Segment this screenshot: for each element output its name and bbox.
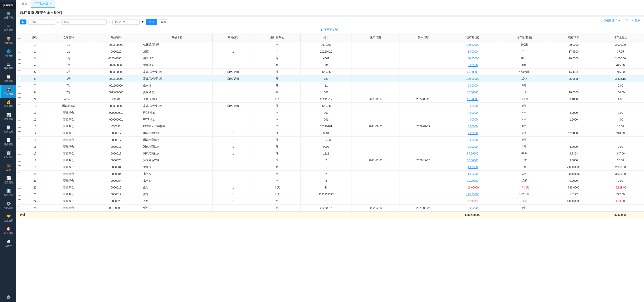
row-no-16: 17 (23, 150, 47, 157)
product-filter[interactable] (61, 19, 106, 25)
table-row: 14 普查粮仓 0000017 测试电商批次 1 件 0001 2.00000 … (16, 130, 644, 137)
sidebar-item-tax[interactable]: 📑 税务管理 (0, 136, 16, 148)
sidebar-item-purchase[interactable]: 📋 采购管理 (0, 72, 16, 85)
row-qty-main-12[interactable]: 0.00000 (447, 123, 498, 130)
row-checkbox-9[interactable] (16, 103, 23, 109)
row-amount-12: 10.00 (597, 123, 644, 130)
footer-total-qty: 6,302.60000 (447, 211, 498, 218)
row-checkbox-4[interactable] (16, 69, 23, 75)
sidebar-item-finance[interactable]: 💰 资金管理 (0, 98, 16, 110)
sidebar-item-quick-nav[interactable]: ⊞ 快捷导航 (0, 9, 16, 22)
row-checkbox-22[interactable] (16, 191, 23, 198)
row-batch-14: 210423 (300, 137, 352, 143)
sidebar-item-labor[interactable]: 💼 工资 (0, 161, 16, 174)
sidebar-item-enterprise[interactable]: 🤝 企业协同 (0, 212, 16, 225)
row-qty-main-17[interactable]: 10.00000 (447, 157, 498, 164)
sidebar-item-ecommerce[interactable]: 💻 电商管理 (0, 60, 16, 72)
row-checkbox-10[interactable] (16, 109, 23, 116)
tab-close-icon[interactable]: ✕ (50, 3, 51, 5)
row-checkbox-13[interactable] (16, 130, 23, 137)
row-qty-main-20[interactable]: 10.00000 (447, 177, 498, 184)
row-prod-date-16 (352, 150, 400, 157)
row-qty-main-14[interactable]: 0.00000 (447, 137, 498, 143)
sidebar-item-label: 固定资产 (4, 156, 14, 158)
row-qty-main-19[interactable]: 1.00000 (447, 171, 498, 177)
row-checkbox-24[interactable] (16, 205, 23, 212)
sidebar-item-inventory[interactable]: 🗃️ 库存核查 (0, 85, 16, 98)
row-no-5: 6 (23, 75, 47, 82)
row-unit-22: 千克 (254, 191, 300, 198)
row-qty-main-7[interactable]: 10.00000 (447, 89, 498, 96)
row-code-23: 0000029 (90, 198, 142, 205)
print-btn[interactable]: 🖨 按模板打印 ▼ (600, 19, 620, 23)
row-qty-main-16[interactable]: 87.00000 (447, 150, 498, 157)
row-checkbox-17[interactable] (16, 157, 23, 164)
filter-expand-btn[interactable]: ▶ (20, 20, 26, 25)
expand-conditions-btn[interactable]: ▼ 展开更多条件 (320, 28, 340, 32)
row-unit-18: 米 (254, 164, 300, 171)
sidebar-item-operations[interactable]: 📈 经营管理 (0, 174, 16, 187)
settings-btn[interactable]: 设置 (159, 20, 168, 24)
row-prod-date-19 (352, 171, 400, 177)
row-qty-main-5[interactable]: 100.00000 (447, 75, 498, 82)
row-checkbox-0[interactable] (16, 42, 23, 48)
tab-inventory-batch[interactable]: 库存批次盘 ✕ (31, 0, 55, 8)
row-checkbox-11[interactable] (16, 116, 23, 123)
row-qty-main-15[interactable]: 3.00000 (447, 143, 498, 150)
row-checkbox-19[interactable] (16, 171, 23, 177)
row-checkbox-3[interactable] (16, 62, 23, 69)
row-qty-main-22[interactable]: 122.00000 (447, 191, 498, 198)
row-qty-main-13[interactable]: 2.00000 (447, 130, 498, 137)
row-checkbox-21[interactable] (16, 184, 23, 191)
row-qty-main-3[interactable]: 0.00000 (447, 62, 498, 69)
row-qty-main-8[interactable]: 10.00000 (447, 96, 498, 103)
row-qty-main-4[interactable]: 49.60000 (447, 69, 498, 75)
sidebar-item-mini-ecommerce[interactable]: 🌐 小鲁电商 (0, 47, 16, 60)
select-all-header[interactable] (16, 34, 23, 42)
export-btn[interactable]: ↑ 导出 (622, 19, 630, 23)
row-qty-main-2[interactable]: 100.00000 (447, 55, 498, 62)
row-checkbox-15[interactable] (16, 143, 23, 150)
show-btn[interactable]: 👁 显示 (632, 19, 640, 23)
sidebar-item-cloud[interactable]: ☁️ 云应用 (0, 237, 16, 250)
row-qty-main-18[interactable]: 1.00000 (447, 164, 498, 171)
row-qty-main-10[interactable]: 4.00000 (447, 109, 498, 116)
row-checkbox-23[interactable] (16, 198, 23, 205)
tab-home[interactable]: 首页 (18, 0, 31, 8)
select-all-checkbox[interactable] (18, 36, 21, 39)
sidebar-logo[interactable]: 搜索菜单 (0, 2, 16, 9)
row-batch-5: 123 (300, 75, 352, 82)
row-exp-date-14 (400, 137, 447, 143)
row-qty-main-6[interactable]: 0.00000 (447, 82, 498, 89)
category-filter[interactable] (112, 19, 140, 25)
sidebar-item-fixed-assets[interactable]: 🏢 固定资产 (0, 148, 16, 161)
row-qty-main-9[interactable]: 0.00000 (447, 103, 498, 109)
row-checkbox-6[interactable] (16, 82, 23, 89)
row-qty-main-11[interactable]: 4.00000 (447, 116, 498, 123)
row-qty-pkg-10: 4米 (498, 109, 550, 116)
row-qty-main-1[interactable]: 1.00000 (447, 48, 498, 55)
sidebar-item-basic-info[interactable]: ℹ️ 基础信息 (0, 187, 16, 199)
row-checkbox-18[interactable] (16, 164, 23, 171)
row-checkbox-14[interactable] (16, 137, 23, 143)
row-qty-main-24[interactable]: 0.00000 (447, 205, 498, 212)
row-checkbox-12[interactable] (16, 123, 23, 130)
warehouse-filter[interactable] (28, 19, 56, 25)
sidebar-item-settings[interactable]: ⚙️ (0, 293, 16, 302)
search-btn[interactable]: 查询 (146, 19, 157, 25)
row-checkbox-7[interactable] (16, 89, 23, 96)
sidebar-item-system[interactable]: ⚙️ 系统管理 (0, 199, 16, 212)
row-checkbox-20[interactable] (16, 177, 23, 184)
row-checkbox-16[interactable] (16, 150, 23, 157)
row-checkbox-5[interactable] (16, 75, 23, 82)
sidebar-item-wholesale[interactable]: 📦 批发管理 (0, 34, 16, 47)
row-checkbox-2[interactable] (16, 55, 23, 62)
sidebar-item-new-guide[interactable]: 🎯 新手引导 (0, 225, 16, 237)
row-checkbox-1[interactable] (16, 48, 23, 55)
sidebar-item-retail[interactable]: 🛒 零售管理 (0, 22, 16, 34)
export-icon: ↑ (622, 19, 624, 22)
row-qty-main-0[interactable]: 100.00000 (447, 42, 498, 48)
sidebar-item-invoice[interactable]: 🧾 发票管理 (0, 123, 16, 136)
row-checkbox-8[interactable] (16, 96, 23, 103)
sidebar-item-general[interactable]: 📊 总账管理 (0, 110, 16, 123)
